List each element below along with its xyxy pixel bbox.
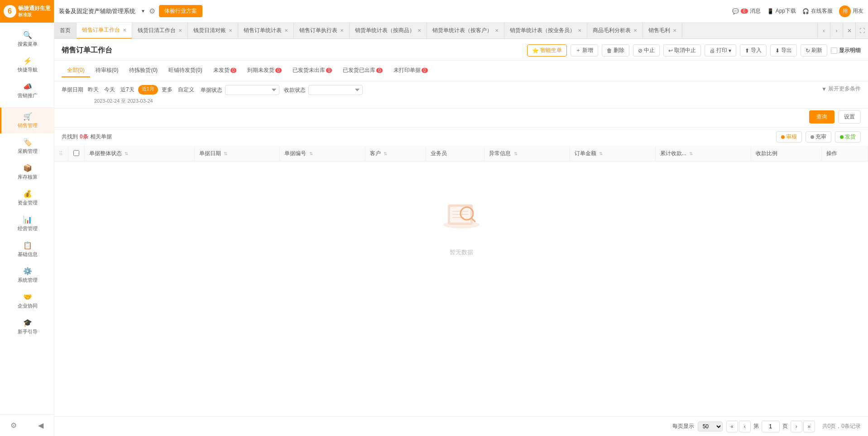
date-1month[interactable]: 近1月 [138,85,158,95]
sidebar-item-newbie[interactable]: 🎓 新手引导 [0,314,54,340]
tab-close-icon[interactable]: ✕ [123,28,126,33]
settings-icon[interactable]: ⚙ [9,419,19,431]
smart-generate-btn[interactable]: ⭐ 智能生单 [527,44,567,57]
tab-product-margin[interactable]: 商品毛利分析表 ✕ [587,23,643,39]
import-icon: ⬆ [745,47,749,54]
display-detail-checkbox[interactable] [831,47,837,54]
subtab-wangpu-pending[interactable]: 旺铺待发货(0) [163,64,208,77]
tab-sales-exec[interactable]: 销售订单执行表 ✕ [294,23,350,39]
add-btn[interactable]: ＋ 新增 [571,44,598,57]
user-avatar[interactable]: 用 用友 [839,5,863,17]
tab-close-icon[interactable]: ✕ [340,28,344,33]
first-page-btn[interactable]: « [726,421,738,432]
payment-select[interactable] [308,85,363,95]
subtab-all[interactable]: 全部(0) [62,64,90,77]
status-select[interactable] [225,85,279,95]
experience-btn[interactable]: 体验行业方案 [159,5,202,17]
message-btn[interactable]: 💬 6 消息 [732,7,761,15]
collapse-icon[interactable]: ◀ [36,419,45,431]
tab-next-btn[interactable]: › [830,23,843,39]
tab-sales-summary-staff[interactable]: 销货单统计表（按业务员） ✕ [504,23,587,39]
date-yesterday[interactable]: 昨天 [86,85,101,95]
sidebar-item-search[interactable]: 🔍 搜索菜单 [0,26,54,52]
ship-btn[interactable]: 发货 [835,131,861,142]
last-page-btn[interactable]: » [803,421,815,432]
sidebar-item-sales[interactable]: 🛒 销售管理 [0,108,54,133]
data-table-container: ⠿ 单据整体状态 ⇅ 单据日期 ⇅ 单据编号 [54,146,868,416]
cancel-review-btn[interactable]: 充审 [806,131,831,142]
sidebar-item-marketing[interactable]: 📣 营销推广 [0,78,54,104]
tab-close-icon[interactable]: ✕ [284,28,288,33]
tab-home[interactable]: 首页 [54,23,77,39]
col-staff: 业务员 [426,146,484,161]
cancel-stop-icon: ↩ [668,47,673,54]
select-all-checkbox[interactable] [73,150,79,156]
online-service-btn[interactable]: 🎧 在线客服 [802,7,833,15]
app-download-btn[interactable]: 📱 App下载 [767,7,796,15]
col-number: 单据编号 ⇅ [280,146,365,161]
delete-btn[interactable]: 🗑 删除 [602,44,629,57]
tab-close-icon[interactable]: ✕ [178,28,182,33]
logo: 6 畅捷通好生意 标准版 [0,0,54,23]
date-custom[interactable]: 自定义 [176,85,196,95]
subtab-shipped-not-in[interactable]: 已发货未出库0 [287,64,338,77]
sidebar-item-basic[interactable]: 📋 基础信息 [0,237,54,262]
print-btn[interactable]: 🖨 打印 ▾ [705,44,736,57]
cancel-stop-btn[interactable]: ↩ 取消中止 [663,44,701,57]
avatar: 用 [839,5,851,17]
subtab-shipped-out[interactable]: 已发货已出库0 [337,64,388,77]
date-today[interactable]: 今天 [102,85,117,95]
sidebar-item-inventory[interactable]: 📦 库存核算 [0,159,54,185]
import-btn[interactable]: ⬆ 导入 [740,44,767,57]
tab-sales-stats[interactable]: 销售订单统计表 ✕ [238,23,294,39]
tab-sales-summary-product[interactable]: 销货单统计表（按商品） ✕ [350,23,427,39]
tab-close-icon[interactable]: ✕ [495,28,499,33]
tab-close-icon[interactable]: ✕ [417,28,421,33]
megaphone-icon: 📣 [23,82,32,91]
stop-btn[interactable]: ⊘ 中止 [633,44,660,57]
subtab-pending-inspect[interactable]: 待拣验货(0) [124,64,163,77]
sidebar-item-purchase[interactable]: 🏷️ 采购管理 [0,133,54,159]
query-btn[interactable]: 查询 [809,110,834,123]
sidebar-item-capital[interactable]: 💰 资金管理 [0,185,54,211]
sidebar-item-enterprise[interactable]: 🤝 企业协同 [0,288,54,314]
tab-close-icon[interactable]: ✕ [633,28,637,33]
tab-prev-btn[interactable]: ‹ [817,23,830,39]
subtab-not-printed[interactable]: 未打印单据0 [388,64,433,77]
date-7days[interactable]: 近7天 [119,85,136,95]
tab-cash-reconcile[interactable]: 钱货日清对账 ✕ [188,23,238,39]
per-page-select[interactable]: 50 10 20 100 [698,422,723,431]
prev-page-btn[interactable]: ‹ [739,421,751,432]
tab-sales-workbench-label: 销售订单工作台 [82,26,120,34]
sort-icon: ⇅ [309,151,313,156]
subtab-overdue-not-shipped[interactable]: 到期未发货0 [242,64,287,77]
sidebar-item-operations[interactable]: 📊 经营管理 [0,211,54,237]
review-btn[interactable]: 审核 [776,131,802,142]
tab-close-icon[interactable]: ✕ [229,28,232,33]
set-btn[interactable]: 设置 [838,110,861,123]
tab-close-all-btn[interactable]: ✕ [843,23,855,39]
review-dot [781,135,785,139]
sidebar-item-quick-nav[interactable]: ⚡ 快捷导航 [0,52,54,78]
next-page-btn[interactable]: › [791,421,802,432]
sidebar-item-system[interactable]: ⚙️ 系统管理 [0,262,54,288]
tab-close-icon[interactable]: ✕ [578,28,581,33]
tab-sales-profit[interactable]: 销售毛利 ✕ [643,23,682,39]
refresh-btn[interactable]: ↻ 刷新 [801,44,827,57]
expand-filter-btn[interactable]: ▼ 展开更多条件 [821,85,861,93]
subtab-pending-review[interactable]: 待审核(0) [90,64,124,77]
tab-sales-summary-customer[interactable]: 销货单统计表（按客户） ✕ [427,23,504,39]
subtab-not-shipped[interactable]: 未发货0 [208,64,242,77]
system-title-dropdown[interactable]: ▼ [141,9,145,14]
sidebar-bottom: ⚙ ◀ [0,414,54,436]
filter-bar: 单据日期 昨天 今天 近7天 近1月 更多 自定义 单据状态 收款状态 ▼ [54,81,868,109]
tab-sales-workbench[interactable]: 销售订单工作台 ✕ [77,23,132,39]
tab-cash-daily[interactable]: 钱货日清工作台 ✕ [132,23,188,39]
export-btn[interactable]: ⬇ 导出 [770,44,797,57]
page-input[interactable] [762,421,780,432]
col-status: 单据整体状态 ⇅ [84,146,194,161]
tab-maximize-btn[interactable]: ⛶ [855,23,868,39]
tab-close-icon[interactable]: ✕ [673,28,676,33]
date-more[interactable]: 更多 [160,85,174,95]
topbar-gear-icon[interactable]: ⚙ [149,7,155,15]
